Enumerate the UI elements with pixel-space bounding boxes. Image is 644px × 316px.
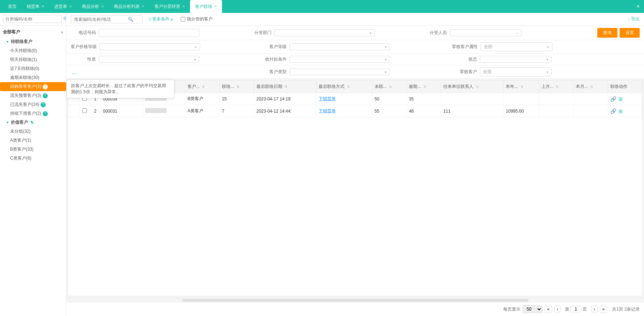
my-customers-checkbox[interactable] xyxy=(181,17,185,22)
row2-this-month xyxy=(573,105,608,117)
nav-customer-segmentation[interactable]: 客户分层经营 × xyxy=(149,0,190,13)
nav-customer-contact[interactable]: 客户联络 × xyxy=(190,0,222,13)
query-button[interactable]: 查询 xyxy=(597,28,617,38)
payment-select[interactable]: ∨ xyxy=(289,56,390,63)
row2-setting xyxy=(68,105,79,117)
contact-sort-icon[interactable]: ⇅ xyxy=(236,85,239,89)
all-customers-header[interactable]: 全部客户 « xyxy=(0,27,66,37)
scrollbar-track[interactable] xyxy=(182,299,529,302)
today-contact-item[interactable]: 今天待联络(0) xyxy=(0,46,66,55)
row2-check xyxy=(79,105,90,117)
nav-product-analysis-close[interactable]: × xyxy=(101,4,104,9)
customer-type-select[interactable]: ∨ xyxy=(289,69,390,75)
continuous-down-item[interactable]: 持续下滑客户(2) ? xyxy=(0,109,66,118)
page-number-input[interactable] xyxy=(570,306,581,312)
last-page-btn[interactable]: » xyxy=(600,306,607,313)
row2-no-contact: 55 xyxy=(372,105,407,117)
filter-customer-type: 客户类型 ∨ xyxy=(261,69,449,75)
abnormal-repurchase-item[interactable]: 回购异常客户(2) ? xyxy=(0,82,66,91)
nav-customer-contact-close[interactable]: × xyxy=(214,4,217,9)
this-year-sort-icon[interactable]: ⇅ xyxy=(520,85,523,89)
last-date-sort-icon[interactable]: ⇅ xyxy=(284,85,287,89)
next-page-btn[interactable]: › xyxy=(591,306,598,313)
close-all-tabs[interactable]: × xyxy=(636,3,640,10)
overdue-sort-icon[interactable]: ⇅ xyxy=(423,85,426,89)
edit-icon[interactable]: ✎ xyxy=(30,120,34,125)
overdue-contact-item[interactable]: 逾期未联络(30) xyxy=(0,73,66,82)
row1-grid-icon[interactable]: ⊞ xyxy=(618,96,623,102)
export-button[interactable]: ↑ 导出 xyxy=(628,16,640,22)
row1-no-contact: 50 xyxy=(372,93,407,105)
a-class-item[interactable]: A类客户(1) xyxy=(0,136,66,145)
value-customer-section[interactable]: ▼ 价值客户 ✎ xyxy=(0,118,66,127)
nav-purchase-order-close[interactable]: × xyxy=(69,4,72,9)
nav-product-analysis-list-close[interactable]: × xyxy=(142,4,144,9)
already-lost-item[interactable]: 已流失客户(24) ? xyxy=(0,100,66,109)
contact-person-sort-icon[interactable]: ⇅ xyxy=(476,85,479,89)
nav-customer-segmentation-close[interactable]: × xyxy=(182,4,185,9)
row2-checkbox[interactable] xyxy=(82,108,87,113)
week-contact-item[interactable]: 近7天待联络(0) xyxy=(0,64,66,73)
more-conditions-btn[interactable]: ▽ 更多条件 ∨ xyxy=(145,15,176,23)
col-no-contact: 未联... ⇅ xyxy=(372,81,407,93)
this-month-sort-icon[interactable]: ⇅ xyxy=(590,85,593,89)
page-info: 第 页 xyxy=(565,306,587,312)
scatter-attr-select[interactable]: 全部 ∨ xyxy=(481,42,552,51)
sidebar: 🔍 全部客户 « ▼ 待联络客户 今天待联络(0) 明天待联络(1) 近7天待联… xyxy=(0,13,66,316)
row1-link-icon[interactable]: 🔗 xyxy=(610,96,616,102)
filter-bar: 🔍 ▽ 更多条件 ∨ 我分管的客户 ↑ 导出 xyxy=(66,13,644,26)
per-page-select[interactable]: 50 100 200 xyxy=(523,305,542,313)
search-icon[interactable]: 🔍 xyxy=(128,17,133,22)
tomorrow-contact-item[interactable]: 明天待联络(1) xyxy=(0,55,66,64)
nav-home[interactable]: 首页 xyxy=(3,0,22,13)
waiting-contact-section[interactable]: ▼ 待联络客户 xyxy=(0,37,66,46)
nature-select[interactable]: ∨ xyxy=(99,56,199,63)
nav-product-analysis[interactable]: 商品分析 × xyxy=(77,0,109,13)
scatter-attr-chevron-icon: ∨ xyxy=(547,45,549,49)
col-contact-person: 往来单位联系人 ⇅ xyxy=(441,81,504,93)
b-class-item[interactable]: B类客户(33) xyxy=(0,145,66,154)
settings-button[interactable]: 设置 xyxy=(620,28,640,38)
manager-dots-icon: ... xyxy=(515,31,518,35)
col-last-date: 最后联络日期 ⇅ xyxy=(254,81,316,93)
category-search-input[interactable] xyxy=(3,15,62,23)
type-sort-icon[interactable]: ⇅ xyxy=(202,85,205,89)
more-fields-btn[interactable]: ... xyxy=(72,69,77,75)
cust-level-chevron-icon: ∨ xyxy=(384,45,387,49)
nav-product-analysis-list[interactable]: 商品分析列表 × xyxy=(109,0,149,13)
export-icon: ↑ xyxy=(628,17,630,22)
last-method-sort-icon[interactable]: ⇅ xyxy=(347,85,350,89)
status-select[interactable]: ∨ xyxy=(480,56,552,63)
scatter-customer-select[interactable]: 全部 ∨ xyxy=(480,67,552,76)
filter-payment: 收付款条件 ∨ xyxy=(261,56,449,63)
nav-sales-order-close[interactable]: × xyxy=(42,4,44,9)
category-search-icon[interactable]: 🔍 xyxy=(63,16,66,22)
ungroup-item[interactable]: 未分组(32) xyxy=(0,127,66,136)
scatter-cust-chevron-icon: ∨ xyxy=(546,70,548,74)
nav-purchase-order[interactable]: 进货单 × xyxy=(49,0,77,13)
col-action: 联络动作 xyxy=(608,81,642,93)
c-class-item[interactable]: C类客户(6) xyxy=(0,154,66,163)
last-month-sort-icon[interactable]: ⇅ xyxy=(556,85,559,89)
col-last-method: 最后联络方式 ⇅ xyxy=(316,81,372,93)
department-select[interactable]: ∨ xyxy=(274,29,375,36)
row2-link-icon[interactable]: 🔗 xyxy=(610,108,616,114)
scatter-attr-label: 零散客户属性 xyxy=(452,44,478,50)
search-input[interactable] xyxy=(74,17,128,22)
row2-last-method[interactable]: 下销货单 xyxy=(316,105,372,117)
row1-last-method[interactable]: 下销货单 xyxy=(316,93,372,105)
customer-level-select[interactable]: ∨ xyxy=(289,43,390,50)
manager-select[interactable]: ... xyxy=(450,29,522,36)
phone-input[interactable] xyxy=(99,29,199,37)
col-last-month: 上月... ⇅ xyxy=(539,81,573,93)
horizontal-scrollbar[interactable] xyxy=(66,298,644,302)
already-lost-info-icon: ? xyxy=(41,102,46,107)
lost-predicted-item[interactable]: 流失预警客户(3) ? xyxy=(0,91,66,100)
row2-grid-icon[interactable]: ⊞ xyxy=(618,108,623,114)
price-level-select[interactable]: ∨ xyxy=(99,43,200,50)
no-contact-sort-icon[interactable]: ⇅ xyxy=(389,85,392,89)
nav-sales-order[interactable]: 销货单 × xyxy=(22,0,49,13)
prev-page-btn[interactable]: ‹ xyxy=(554,306,561,313)
first-page-btn[interactable]: « xyxy=(545,306,552,313)
collapse-icon[interactable]: « xyxy=(61,30,63,35)
